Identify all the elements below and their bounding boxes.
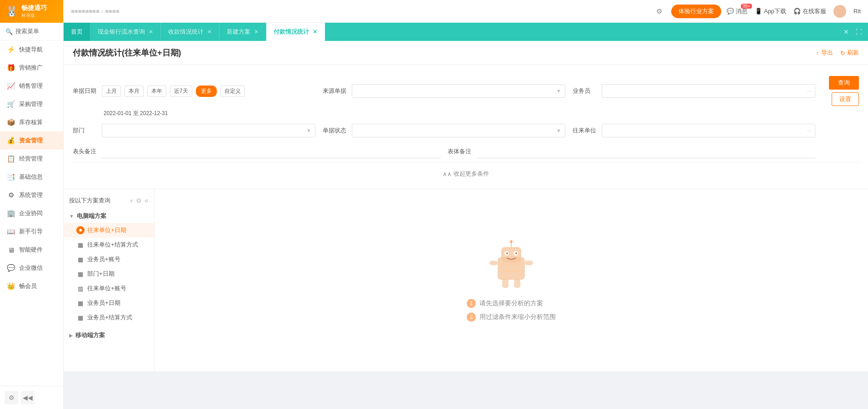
tab-newscheme-close[interactable]: ✕ [254,29,259,35]
sidebar-item-finance[interactable]: 💰 资金管理 [0,131,63,150]
topbar-settings-btn[interactable]: ⚙ [653,5,666,18]
sidebar-item-inventory[interactable]: 📦 库存核算 [0,113,63,131]
table-head-note-input[interactable] [102,145,440,158]
partner-select[interactable]: ··· [602,124,815,137]
tab-newscheme-label: 新建方案 [227,28,250,36]
scheme-settings-btn[interactable]: ⚙ [136,197,142,204]
scheme-item-partner-account-label: 往来单位+账号 [87,284,126,293]
salesman-select[interactable]: ··· [602,84,815,98]
sidebar-item-member[interactable]: 👑 畅会员 [0,277,63,295]
scheme-item-partner-date[interactable]: 往来单位+日期 [64,223,154,237]
scheme-item-table-icon5: ▦ [76,313,85,322]
tab-cashflow-label: 现金银行流水查询 [98,28,145,36]
scheme-item-table-icon4: ▦ [76,299,85,307]
sidebar-item-label: 快捷导航 [19,45,43,54]
tab-home[interactable]: 首页 [64,23,90,41]
scheme-item-salesman-settle[interactable]: ▦ 业务员+结算方式 [64,310,154,325]
service-label: 在线客服 [803,7,826,15]
empty-tip-1: 1 请先选择要分析的方案 [467,299,556,308]
scheme-item-partner-settle[interactable]: ▦ 往来单位+结算方式 [64,237,154,252]
tip-num-2: 2 [467,313,476,322]
username[interactable]: Rit [853,8,861,15]
export-icon: ↑ [817,50,820,56]
app-label: App下载 [764,7,786,15]
scheme-group-pc: ▼ 电脑端方案 往来单位+日期 ▦ 往来单位+结算方式 ▦ 业务员+账号 [64,207,154,327]
partner-select-arrow: ··· [807,128,811,133]
svg-rect-8 [489,261,498,265]
sidebar-item-purchase[interactable]: 🛒 采购管理 [0,95,63,113]
topbar-right: 💬 消息 99+ 📱 App下载 🎧 在线客服 Rit [727,5,861,18]
date-btn-more[interactable]: 更多 [196,86,217,97]
scheme-item-partner-account[interactable]: ▥ 往来单位+账号 [64,281,154,296]
sidebar-collapse-btn[interactable]: ◀◀ [21,391,35,404]
sidebar-item-wechat[interactable]: 💬 企业微信 [0,259,63,277]
refresh-btn[interactable]: ↻ 刷新 [840,49,859,57]
sidebar-item-basic[interactable]: 📑 基础信息 [0,168,63,186]
sidebar-item-sales[interactable]: 📈 销售管理 [0,77,63,95]
scheme-item-dept-date[interactable]: ▦ 部门+日期 [64,267,154,281]
sidebar-item-marketing[interactable]: 🎁 营销推广 [0,59,63,77]
dept-select[interactable]: ▼ [102,124,315,137]
voucher-status-select[interactable]: ▼ [352,124,565,137]
sidebar-item-quick-nav[interactable]: ⚡ 快捷导航 [0,40,63,59]
sidebar-item-hardware[interactable]: 🖥 智能硬件 [0,241,63,259]
scheme-group-mobile-header[interactable]: ▶ 移动端方案 [64,328,154,342]
sidebar-item-enterprise[interactable]: 🏢 企业协同 [0,204,63,222]
sidebar-item-operations[interactable]: 📋 经营管理 [0,150,63,168]
query-btn[interactable]: 查询 [829,76,859,90]
purchase-icon: 🛒 [6,100,15,109]
filter-row-3: 表头备注 表体备注 [73,141,859,162]
partner-label: 往来单位 [573,126,598,135]
tab-receipt-close[interactable]: ✕ [207,29,212,35]
query-col: 查询 设置 [823,76,859,106]
scheme-item-salesman-date[interactable]: ▦ 业务员+日期 [64,296,154,310]
filter-voucher-status-col: 单据状态 ▼ [323,124,565,137]
scheme-item-salesman-date-label: 业务员+日期 [87,299,120,307]
empty-illustration [484,239,539,293]
collapse-more-btn[interactable]: ∧∧ 收起更多条件 [73,166,859,182]
tab-receipt[interactable]: 收款情况统计 ✕ [161,23,219,41]
tab-payment[interactable]: 付款情况统计 ✕ [266,23,325,41]
table-body-note-input[interactable] [477,145,815,158]
filter-table-body-col: 表体备注 [448,145,815,158]
message-btn[interactable]: 💬 消息 99+ [727,7,748,15]
user-avatar[interactable] [833,5,846,18]
sidebar-item-system[interactable]: ⚙ 系统管理 [0,186,63,204]
tab-payment-close[interactable]: ✕ [313,29,317,35]
tab-close-all-btn[interactable]: ✕ [841,26,852,37]
breadcrumb: ■■■■■■■■ › ■■■■ [71,8,648,15]
tab-newscheme[interactable]: 新建方案 ✕ [219,23,266,41]
sidebar-item-label: 采购管理 [19,100,43,108]
scheme-group-pc-label: 电脑端方案 [77,212,106,220]
sidebar-item-label: 新手引导 [19,227,43,236]
tip-text-2: 用过滤条件来缩小分析范围 [479,313,556,321]
date-btn-last-month[interactable]: 上月 [102,86,121,97]
sidebar-settings-btn[interactable]: ⚙ [5,391,18,404]
scheme-panel-actions: + ⚙ « [130,197,149,205]
scheme-collapse-btn[interactable]: « [145,197,149,205]
topbar: ■■■■■■■■ › ■■■■ ⚙ 体验行业方案 💬 消息 99+ 📱 App下… [64,0,868,23]
tab-cashflow-close[interactable]: ✕ [149,29,153,35]
source-select[interactable]: ▼ [352,84,565,98]
tab-expand-btn[interactable]: ⛶ [853,26,864,37]
date-btn-custom[interactable]: 自定义 [220,86,245,97]
date-btn-this-year[interactable]: 本年 [147,86,166,97]
sidebar-item-guide[interactable]: 📖 新手引导 [0,222,63,241]
search-icon: 🔍 [5,28,13,35]
tab-home-label: 首页 [71,28,83,36]
online-service-btn[interactable]: 🎧 在线客服 [793,7,826,15]
sidebar-item-search[interactable]: 🔍 搜索菜单 [0,23,63,40]
message-badge: 99+ [741,4,752,9]
date-btn-last-7days[interactable]: 近7天 [170,86,192,97]
tab-cashflow[interactable]: 现金银行流水查询 ✕ [90,23,161,41]
date-btn-this-month[interactable]: 本月 [125,86,144,97]
app-download-btn[interactable]: 📱 App下载 [755,7,786,15]
logo-name: 畅捷通巧 [21,4,47,12]
scheme-item-salesman-account[interactable]: ▦ 业务员+账号 [64,252,154,267]
export-btn[interactable]: ↑ 导出 [817,49,833,57]
filter-date-col: 单据日期 上月 本月 本年 近7天 更多 自定义 [73,86,315,97]
scheme-group-pc-header[interactable]: ▼ 电脑端方案 [64,209,154,223]
trial-btn[interactable]: 体验行业方案 [671,5,721,18]
settings-btn[interactable]: 设置 [832,92,859,106]
scheme-add-btn[interactable]: + [130,197,133,204]
